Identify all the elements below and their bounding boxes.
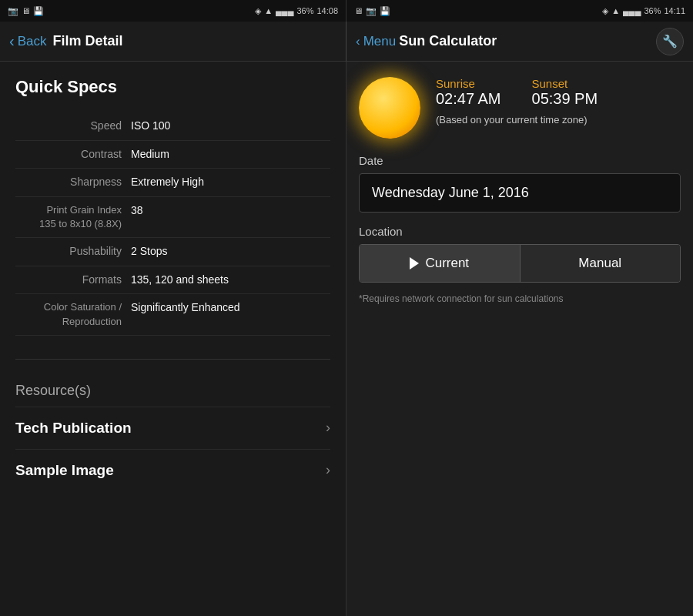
save-icon: 💾 xyxy=(33,6,44,16)
wifi-icon-left: ▲ xyxy=(264,6,273,15)
right-panel: Sunrise 02:47 AM Sunset 05:39 PM (Based … xyxy=(346,62,693,616)
sample-image-item[interactable]: Sample Image › xyxy=(15,449,330,491)
spec-row-push: Pushability 2 Stops xyxy=(15,238,330,266)
wifi-icon-right: ▲ xyxy=(611,6,620,15)
spec-label-formats: Formats xyxy=(15,273,131,288)
nav-bar-right: ‹ Menu Sun Calculator 🔧 xyxy=(346,22,693,62)
status-right-right: ◈ ▲ ▄▄▄ 36% 14:11 xyxy=(602,6,685,16)
tech-publication-label: Tech Publication xyxy=(15,420,132,437)
sun-times: Sunrise 02:47 AM Sunset 05:39 PM xyxy=(436,77,598,108)
status-bars: 📷 🖥 💾 ◈ ▲ ▄▄▄ 36% 14:08 🖥 📷 💾 ◈ ▲ ▄▄▄ 36… xyxy=(0,0,693,22)
status-bar-left: 📷 🖥 💾 ◈ ▲ ▄▄▄ 36% 14:08 xyxy=(0,0,346,22)
menu-label: Menu xyxy=(363,34,397,49)
nav-bars: ‹ Back Film Detail ‹ Menu Sun Calculator… xyxy=(0,22,693,62)
main-content: Quick Specs Speed ISO 100 Contrast Mediu… xyxy=(0,62,693,616)
battery-left: 36% xyxy=(296,6,313,15)
time-left: 14:08 xyxy=(316,6,338,15)
wrench-icon: 🔧 xyxy=(662,34,678,49)
chevron-right-icon-tech: › xyxy=(326,420,330,436)
sunrise-time: 02:47 AM xyxy=(436,90,501,108)
spec-value-push: 2 Stops xyxy=(131,244,330,259)
signal-icon-right: ▄▄▄ xyxy=(623,6,641,15)
sun-info: Sunrise 02:47 AM Sunset 05:39 PM (Based … xyxy=(359,77,681,139)
signal-icon-left: ▄▄▄ xyxy=(276,6,293,15)
tech-publication-item[interactable]: Tech Publication › xyxy=(15,407,330,449)
timezone-note: (Based on your current time zone) xyxy=(436,114,598,126)
sunrise-block: Sunrise 02:47 AM xyxy=(436,77,501,108)
camera-icon: 📷 xyxy=(8,6,18,16)
chevron-left-icon: ‹ xyxy=(9,32,15,50)
location-icon-left: ◈ xyxy=(255,6,261,16)
wrench-button[interactable]: 🔧 xyxy=(656,28,684,55)
status-right-icons: 🖥 📷 💾 xyxy=(354,6,390,16)
spec-label-sharpness: Sharpness xyxy=(15,175,131,190)
sun-times-container: Sunrise 02:47 AM Sunset 05:39 PM (Based … xyxy=(436,77,598,126)
chevron-menu-icon: ‹ xyxy=(356,34,360,49)
resources-title: Resource(s) xyxy=(15,375,330,407)
spec-row-color: Color Saturation /Reproduction Significa… xyxy=(15,294,330,335)
sunset-label: Sunset xyxy=(532,77,598,90)
sun-calculator-title: Sun Calculator xyxy=(399,33,497,49)
specs-table: Speed ISO 100 Contrast Medium Sharpness … xyxy=(15,112,330,336)
save-icon2: 💾 xyxy=(380,6,390,16)
spec-value-grain: 38 xyxy=(131,203,330,219)
screen-icon2: 🖥 xyxy=(354,6,363,15)
spec-row-grain: Print Grain Index135 to 8x10 (8.8X) 38 xyxy=(15,197,330,238)
sunset-time: 05:39 PM xyxy=(532,90,598,108)
spec-value-color: Significantly Enhanced xyxy=(131,300,330,316)
spec-label-push: Pushability xyxy=(15,244,131,259)
spec-value-sharpness: Extremely High xyxy=(131,175,330,190)
status-right-left: ◈ ▲ ▄▄▄ 36% 14:08 xyxy=(255,6,338,16)
time-right: 14:11 xyxy=(664,6,685,15)
sample-image-label: Sample Image xyxy=(15,462,114,479)
left-panel: Quick Specs Speed ISO 100 Contrast Mediu… xyxy=(0,62,346,616)
spec-label-color: Color Saturation /Reproduction xyxy=(15,300,131,328)
location-label: Location xyxy=(359,225,681,238)
play-icon xyxy=(410,257,419,270)
chevron-right-icon-sample: › xyxy=(326,462,330,478)
current-location-button[interactable]: Current xyxy=(360,245,521,282)
status-bar-right: 🖥 📷 💾 ◈ ▲ ▄▄▄ 36% 14:11 xyxy=(346,0,693,22)
menu-button[interactable]: ‹ Menu xyxy=(356,34,396,49)
manual-location-button[interactable]: Manual xyxy=(521,245,681,282)
back-button[interactable]: ‹ Back xyxy=(9,32,46,50)
spec-value-speed: ISO 100 xyxy=(131,119,330,134)
back-label: Back xyxy=(18,34,47,49)
spec-row-formats: Formats 135, 120 and sheets xyxy=(15,266,330,295)
location-buttons: Current Manual xyxy=(359,244,681,283)
sunrise-label: Sunrise xyxy=(436,77,501,90)
spec-label-speed: Speed xyxy=(15,119,131,134)
location-icon-right: ◈ xyxy=(602,6,608,16)
nav-bar-left: ‹ Back Film Detail xyxy=(0,22,346,62)
sun-icon xyxy=(359,77,420,139)
status-left-icons: 📷 🖥 💾 xyxy=(8,6,44,16)
spec-row-sharpness: Sharpness Extremely High xyxy=(15,169,330,197)
spec-value-contrast: Medium xyxy=(131,147,330,162)
date-input[interactable]: Wednesday June 1, 2016 xyxy=(359,173,681,213)
disclaimer-text: *Requires network connection for sun cal… xyxy=(359,293,681,304)
screen-icon: 🖥 xyxy=(22,6,30,15)
quick-specs-title: Quick Specs xyxy=(15,77,330,97)
divider xyxy=(15,359,330,360)
film-detail-title: Film Detail xyxy=(52,33,122,49)
spec-label-contrast: Contrast xyxy=(15,147,131,162)
spec-row-speed: Speed ISO 100 xyxy=(15,112,330,141)
current-button-label: Current xyxy=(425,256,469,271)
camera-icon2: 📷 xyxy=(366,6,377,16)
date-value: Wednesday June 1, 2016 xyxy=(372,185,529,200)
date-label: Date xyxy=(359,154,681,167)
manual-button-label: Manual xyxy=(578,256,621,271)
battery-right: 36% xyxy=(644,6,661,15)
sunset-block: Sunset 05:39 PM xyxy=(532,77,598,108)
spec-value-formats: 135, 120 and sheets xyxy=(131,273,330,288)
spec-row-contrast: Contrast Medium xyxy=(15,141,330,169)
spec-label-grain: Print Grain Index135 to 8x10 (8.8X) xyxy=(15,203,131,231)
